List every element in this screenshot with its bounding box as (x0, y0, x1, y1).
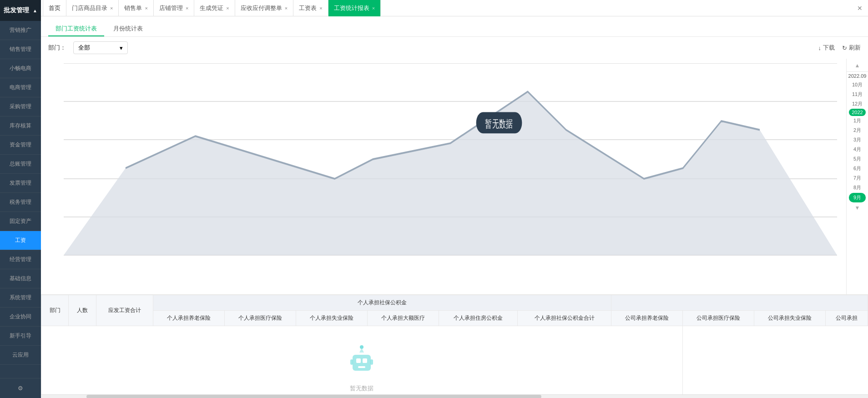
svg-rect-20 (370, 359, 373, 365)
tab-label: 工资统计报表 (334, 4, 369, 12)
content: 部门工资统计表月份统计表 部门： 全部 ▾ ↓ 下载 ↻ 刷新 (41, 16, 868, 398)
th-personal-medical: 个人承担医疗保险 (224, 311, 296, 326)
th-company-medical: 公司承担医疗保险 (682, 311, 754, 326)
download-icon: ↓ (818, 45, 822, 51)
tab-label: 门店商品目录 (72, 4, 107, 12)
th-total-wage: 应发工资合计 (96, 295, 153, 326)
th-personal-total: 个人承担社保公积金合计 (518, 311, 611, 326)
timeline-down-icon[interactable]: ▼ (853, 203, 862, 213)
sidebar-item-资金管理[interactable]: 资金管理 (0, 136, 41, 155)
timeline-month-10[interactable]: 10月 (847, 80, 868, 90)
sidebar-item-企业协同[interactable]: 企业协同 (0, 307, 41, 327)
scrollbar-thumb[interactable] (86, 395, 541, 398)
svg-point-22 (360, 345, 363, 349)
sub-tab-0[interactable]: 部门工资统计表 (48, 22, 104, 36)
sidebar-item-基础信息[interactable]: 基础信息 (0, 269, 41, 288)
sidebar-item-固定资产[interactable]: 固定资产 (0, 212, 41, 231)
chart-area: 0 100 200 300 400 500 暂无数据 (41, 59, 846, 294)
timeline-month-7[interactable]: 7月 (847, 173, 868, 183)
tabbar: 首页门店商品目录×销售单×店铺管理×生成凭证×应收应付调整单×工资表×工资统计报… (41, 0, 868, 16)
tab-工资统计报表[interactable]: 工资统计报表× (328, 0, 381, 16)
tab-close-icon[interactable]: × (145, 5, 147, 11)
sidebar-item-库存核算[interactable]: 库存核算 (0, 116, 41, 136)
timeline-month-12[interactable]: 12月 (847, 99, 868, 109)
sidebar-item-电商管理[interactable]: 电商管理 (0, 78, 41, 97)
timeline-year-2022: 2022 (849, 109, 865, 116)
tab-close-icon[interactable]: × (372, 5, 375, 11)
sidebar-item-小畅电商[interactable]: 小畅电商 (0, 59, 41, 78)
sidebar-item-工资[interactable]: 工资 (0, 231, 41, 250)
sidebar-item-营销推广[interactable]: 营销推广 (0, 21, 41, 40)
svg-marker-12 (64, 92, 837, 256)
table-section: 部门 人数 应发工资合计 个人承担社保公积金 个人承担养老保险 个人承担医疗保险… (41, 294, 868, 394)
tab-门店商品目录[interactable]: 门店商品目录× (66, 0, 119, 16)
timeline-month-4[interactable]: 4月 (847, 145, 868, 154)
tab-销售单[interactable]: 销售单× (119, 0, 153, 16)
tab-label: 生成凭证 (200, 4, 223, 12)
tab-应收应付调整单[interactable]: 应收应付调整单× (235, 0, 293, 16)
sidebar: 批发管理 ▲ 营销推广销售管理小畅电商电商管理采购管理库存核算资金管理总账管理发… (0, 0, 41, 398)
sidebar-item-销售管理[interactable]: 销售管理 (0, 40, 41, 59)
tab-close-icon[interactable]: × (186, 5, 188, 11)
sidebar-item-发票管理[interactable]: 发票管理 (0, 174, 41, 193)
refresh-button[interactable]: ↻ 刷新 (842, 44, 861, 52)
timeline-month-11[interactable]: 11月 (847, 90, 868, 99)
sidebar-item-采购管理[interactable]: 采购管理 (0, 97, 41, 116)
th-personal-unemployment: 个人承担失业保险 (296, 311, 367, 326)
tab-工资表[interactable]: 工资表× (293, 0, 328, 16)
tab-首页[interactable]: 首页 (43, 0, 66, 16)
sidebar-item-经营管理[interactable]: 经营管理 (0, 250, 41, 269)
sub-tabs: 部门工资统计表月份统计表 (41, 16, 868, 37)
timeline-up-icon[interactable]: ▲ (853, 60, 862, 71)
timeline-month-2[interactable]: 2月 (847, 126, 868, 135)
timeline-year-label: 2022.09 (847, 71, 868, 80)
timeline-month-6[interactable]: 6月 (847, 164, 868, 173)
sidebar-header[interactable]: 批发管理 ▲ (0, 0, 41, 21)
sidebar-settings-icon[interactable]: ⚙ (0, 378, 41, 398)
main-area: 首页门店商品目录×销售单×店铺管理×生成凭证×应收应付调整单×工资表×工资统计报… (41, 0, 868, 398)
th-company-insurance-group (611, 295, 868, 311)
chart-svg: 0 100 200 300 400 500 暂无数据 (64, 63, 837, 294)
sidebar-item-新手引导[interactable]: 新手引导 (0, 327, 41, 346)
timeline-month-9[interactable]: 9月 (849, 193, 866, 202)
sidebar-title: 批发管理 (4, 6, 29, 15)
sidebar-item-系统管理[interactable]: 系统管理 (0, 288, 41, 307)
tab-生成凭证[interactable]: 生成凭证× (194, 0, 235, 16)
tab-label: 工资表 (299, 4, 317, 12)
sub-tab-1[interactable]: 月份统计表 (106, 22, 150, 36)
svg-rect-15 (353, 355, 371, 371)
tab-close-icon[interactable]: × (319, 5, 322, 11)
th-personal-major-medical: 个人承担大额医疗 (368, 311, 439, 326)
tab-店铺管理[interactable]: 店铺管理× (154, 0, 194, 16)
no-data-container: 暂无数据 (46, 330, 678, 394)
dept-select[interactable]: 全部 ▾ (73, 41, 128, 54)
timeline-sidebar: ▲ 2022.09 10月 11月 12月 2022 1月 2月 3月 4月 5… (846, 59, 868, 294)
no-data-icon (343, 343, 380, 380)
sidebar-item-云应用[interactable]: 云应用 (0, 346, 41, 365)
th-personal-housing: 个人承担住房公积金 (439, 311, 518, 326)
tab-close-icon[interactable]: × (226, 5, 229, 11)
tab-label: 销售单 (124, 4, 142, 12)
dept-select-value: 全部 (78, 44, 90, 52)
download-button[interactable]: ↓ 下载 (818, 44, 835, 52)
no-data-row: 暂无数据 (41, 326, 683, 395)
horizontal-scrollbar[interactable] (41, 394, 868, 398)
tab-close-icon[interactable]: × (110, 5, 113, 11)
sidebar-item-税务管理[interactable]: 税务管理 (0, 193, 41, 212)
timeline-month-3[interactable]: 3月 (847, 135, 868, 145)
data-table: 部门 人数 应发工资合计 个人承担社保公积金 个人承担养老保险 个人承担医疗保险… (41, 295, 868, 394)
timeline-month-8[interactable]: 8月 (847, 183, 868, 192)
tab-close-icon[interactable]: × (285, 5, 288, 11)
dept-dropdown-icon: ▾ (120, 45, 123, 51)
refresh-icon: ↻ (842, 45, 847, 51)
th-count: 人数 (69, 295, 96, 326)
timeline-month-1[interactable]: 1月 (847, 116, 868, 126)
th-personal-pension: 个人承担养老保险 (153, 311, 224, 326)
sidebar-item-总账管理[interactable]: 总账管理 (0, 155, 41, 174)
svg-rect-19 (350, 359, 353, 365)
sidebar-collapse-icon: ▲ (33, 8, 37, 13)
timeline-month-5[interactable]: 5月 (847, 154, 868, 164)
window-close-icon[interactable]: ✕ (857, 5, 863, 12)
dept-label: 部门： (48, 44, 66, 52)
tab-label: 首页 (49, 4, 61, 12)
